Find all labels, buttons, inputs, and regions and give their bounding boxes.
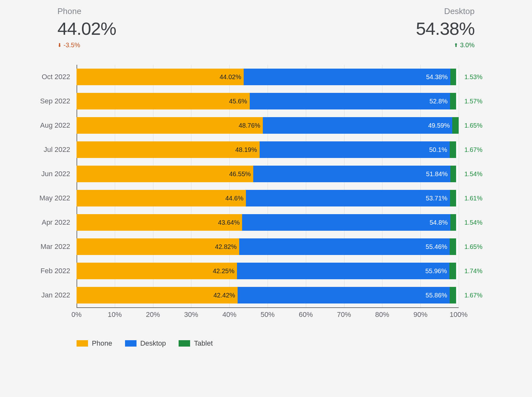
tablet-value-label: 1.54% xyxy=(459,219,487,226)
row-label: Aug 2022 xyxy=(29,121,77,130)
segment-tablet xyxy=(450,190,456,206)
bar-row: Mar 202242.82%55.46%1.65% xyxy=(29,235,487,259)
segment-phone: 42.42% xyxy=(77,287,238,303)
segment-phone: 48.19% xyxy=(77,141,260,158)
swatch-desktop-icon xyxy=(125,340,137,347)
segment-tablet xyxy=(452,117,459,134)
bar-track: 45.6%52.8% xyxy=(77,93,459,109)
segment-gap xyxy=(456,69,459,85)
x-tick: 0% xyxy=(71,311,82,319)
kpi-desktop-delta: ⬆ 3.0% xyxy=(416,41,475,49)
bar-row: Jun 202246.55%51.84%1.54% xyxy=(29,162,487,186)
segment-desktop: 50.1% xyxy=(260,141,450,158)
row-label: Sep 2022 xyxy=(29,97,77,105)
bar-row: Apr 202243.64%54.8%1.54% xyxy=(29,210,487,235)
segment-desktop: 52.8% xyxy=(250,93,450,109)
x-tick: 70% xyxy=(337,311,351,319)
segment-gap xyxy=(456,214,459,231)
segment-phone: 42.82% xyxy=(77,238,239,255)
x-tick: 60% xyxy=(299,311,313,319)
segment-gap xyxy=(456,287,459,303)
segment-tablet xyxy=(450,238,456,255)
segment-desktop: 51.84% xyxy=(253,166,450,182)
kpi-row: Phone 44.02% ⬇ -3.5% Desktop 54.38% ⬆ 3.… xyxy=(57,6,475,49)
tablet-value-label: 1.54% xyxy=(459,170,487,178)
tablet-value-label: 1.65% xyxy=(459,243,487,251)
x-tick: 80% xyxy=(375,311,389,319)
bar-track: 48.76%49.59% xyxy=(77,117,459,134)
legend-tablet-label: Tablet xyxy=(194,339,213,348)
legend-item-phone: Phone xyxy=(77,339,112,348)
row-label: Feb 2022 xyxy=(29,267,77,275)
segment-phone: 42.25% xyxy=(77,263,237,279)
tablet-value-label: 1.61% xyxy=(459,195,487,202)
segment-phone: 45.6% xyxy=(77,93,250,109)
segment-gap xyxy=(456,263,459,279)
segment-gap xyxy=(456,141,459,158)
segment-desktop: 54.8% xyxy=(242,214,450,231)
bar-track: 44.02%54.38% xyxy=(77,69,459,85)
bar-row: Feb 202242.25%55.96%1.74% xyxy=(29,259,487,283)
segment-phone: 44.6% xyxy=(77,190,246,206)
kpi-phone-label: Phone xyxy=(57,6,116,16)
kpi-phone: Phone 44.02% ⬇ -3.5% xyxy=(57,6,116,49)
swatch-phone-icon xyxy=(77,340,88,347)
segment-desktop: 53.71% xyxy=(246,190,450,206)
swatch-tablet-icon xyxy=(179,340,190,347)
bar-track: 46.55%51.84% xyxy=(77,166,459,182)
kpi-desktop-value: 54.38% xyxy=(416,18,475,39)
tablet-value-label: 1.57% xyxy=(459,98,487,105)
segment-desktop: 55.96% xyxy=(237,263,449,279)
segment-desktop: 55.86% xyxy=(238,287,450,303)
x-tick: 10% xyxy=(108,311,122,319)
segment-phone: 46.55% xyxy=(77,166,253,182)
row-label: Apr 2022 xyxy=(29,218,77,227)
legend-phone-label: Phone xyxy=(92,339,112,348)
row-label: Oct 2022 xyxy=(29,73,77,81)
bar-track: 42.82%55.46% xyxy=(77,238,459,255)
row-label: Mar 2022 xyxy=(29,243,77,251)
bar-track: 48.19%50.1% xyxy=(77,141,459,158)
row-label: Jan 2022 xyxy=(29,291,77,299)
tablet-value-label: 1.53% xyxy=(459,73,487,81)
tablet-value-label: 1.74% xyxy=(459,267,487,275)
bar-row: Sep 202245.6%52.8%1.57% xyxy=(29,89,487,113)
segment-tablet xyxy=(449,263,456,279)
kpi-desktop: Desktop 54.38% ⬆ 3.0% xyxy=(416,6,475,49)
segment-tablet xyxy=(450,69,456,85)
segment-tablet xyxy=(450,93,456,109)
chart-container: Phone 44.02% ⬇ -3.5% Desktop 54.38% ⬆ 3.… xyxy=(0,0,532,397)
kpi-phone-delta: ⬇ -3.5% xyxy=(57,41,116,49)
segment-tablet xyxy=(450,214,456,231)
segment-phone: 44.02% xyxy=(77,69,244,85)
row-label: Jul 2022 xyxy=(29,146,77,154)
bar-row: Oct 202244.02%54.38%1.53% xyxy=(29,65,487,89)
segment-tablet xyxy=(450,141,456,158)
segment-gap xyxy=(456,93,459,109)
segment-gap xyxy=(456,238,459,255)
segment-tablet xyxy=(450,166,456,182)
segment-desktop: 49.59% xyxy=(263,117,452,134)
x-tick: 40% xyxy=(222,311,236,319)
arrow-up-icon: ⬆ xyxy=(454,43,458,48)
row-label: May 2022 xyxy=(29,194,77,202)
legend-item-desktop: Desktop xyxy=(125,339,166,348)
bar-track: 43.64%54.8% xyxy=(77,214,459,231)
bar-track: 44.6%53.71% xyxy=(77,190,459,206)
bar-row: Jan 202242.42%55.86%1.67% xyxy=(29,283,487,307)
x-tick: 90% xyxy=(413,311,427,319)
tablet-value-label: 1.67% xyxy=(459,146,487,154)
x-tick: 20% xyxy=(146,311,160,319)
x-tick: 50% xyxy=(261,311,275,319)
row-label: Jun 2022 xyxy=(29,170,77,178)
segment-gap xyxy=(456,166,459,182)
stacked-bar-chart: Oct 202244.02%54.38%1.53%Sep 202245.6%52… xyxy=(29,65,487,320)
x-axis: 0%10%20%30%40%50%60%70%80%90%100% xyxy=(77,307,459,320)
segment-desktop: 54.38% xyxy=(244,69,450,85)
legend-item-tablet: Tablet xyxy=(179,339,213,348)
legend: Phone Desktop Tablet xyxy=(77,339,513,348)
segment-phone: 48.76% xyxy=(77,117,263,134)
legend-desktop-label: Desktop xyxy=(140,339,166,348)
tablet-value-label: 1.65% xyxy=(459,122,487,129)
bar-row: May 202244.6%53.71%1.61% xyxy=(29,186,487,210)
